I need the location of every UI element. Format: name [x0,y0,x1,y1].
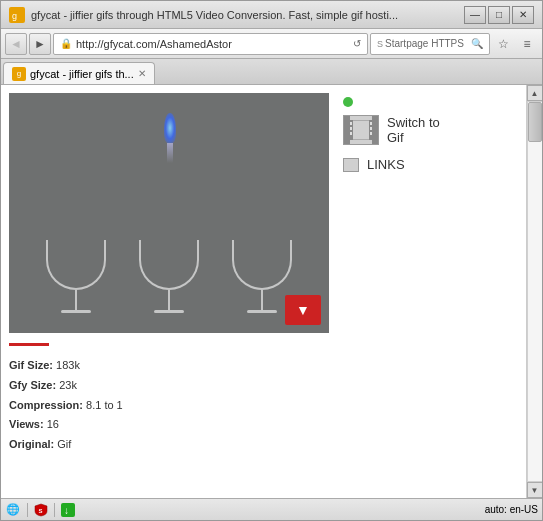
svg-rect-8 [370,122,372,125]
compression-value: 8.1 to 1 [86,399,123,411]
glass-stem-right [261,290,263,310]
search-bar[interactable]: S Startpage HTTPS 🔍 [370,33,490,55]
search-icon: 🔍 [471,38,483,49]
scroll-up-button[interactable]: ▲ [527,85,543,101]
svg-rect-9 [370,127,372,130]
links-icon [343,158,359,172]
language-label: auto: en-US [485,504,538,515]
scrollbar-track[interactable] [527,101,543,482]
scrollbar: ▲ ▼ [526,85,542,498]
svg-text:g: g [12,11,17,21]
glass-bowl-center [139,240,199,290]
shield-icon: S [34,503,48,517]
links-button[interactable]: LINKS [343,157,514,172]
forward-button[interactable]: ► [29,33,51,55]
status-separator-2 [54,503,55,517]
wine-glasses-row [9,240,329,313]
status-separator-1 [27,503,28,517]
trail-element [167,143,173,163]
close-button[interactable]: ✕ [512,6,534,24]
links-label: LINKS [367,157,405,172]
gfy-size-value: 23k [59,379,77,391]
bookmark-icon[interactable]: ☆ [492,33,514,55]
switch-to-text: Switch to Gif [387,115,440,145]
original-label: Original: [9,438,54,450]
gif-size-value: 183k [56,359,80,371]
maximize-button[interactable]: □ [488,6,510,24]
glass-base-right [247,310,277,313]
tab-bar: g gfycat - jiffier gifs th... ✕ [1,59,542,85]
compression-label: Compression: [9,399,83,411]
switch-to-label: Switch to [387,115,440,130]
stats-area: Gif Size: 183k Gfy Size: 23k Compression… [9,352,518,459]
browser-window: g gfycat - jiffier gifs through HTML5 Vi… [0,0,543,521]
svg-rect-5 [350,122,352,125]
nav-icons: ☆ ≡ [492,33,538,55]
wine-glass-right [232,240,292,313]
browser-favicon: g [9,7,25,23]
svg-rect-7 [350,132,352,135]
original-row: Original: Gif [9,435,518,455]
content-area: ▼ [1,85,542,498]
gif-size-row: Gif Size: 183k [9,356,518,376]
svg-rect-6 [350,127,352,130]
wine-glass-center [139,240,199,313]
back-button[interactable]: ◄ [5,33,27,55]
page-icon: 🔒 [60,38,72,49]
svg-text:S: S [39,508,43,514]
gfy-size-label: Gfy Size: [9,379,56,391]
address-bar[interactable]: 🔒 http://gfycat.com/AshamedAstor ↺ [53,33,368,55]
menu-icon[interactable]: ≡ [516,33,538,55]
tab-favicon: g [12,67,26,81]
title-bar: g gfycat - jiffier gifs through HTML5 Vi… [1,1,542,29]
wine-glass-left [46,240,106,313]
flame-icon [164,113,176,143]
switch-to-gif-button[interactable]: Switch to Gif [343,115,514,145]
status-shield: S [34,503,48,517]
video-container: ▼ [9,93,329,333]
film-icon [343,115,379,145]
views-row: Views: 16 [9,415,518,435]
tab-close-icon[interactable]: ✕ [138,68,146,79]
status-right-area: auto: en-US [485,504,538,515]
svg-text:↓: ↓ [64,505,69,516]
original-value: Gif [57,438,71,450]
minimize-button[interactable]: — [464,6,486,24]
startpage-icon: S [377,39,383,49]
divider-line [9,343,49,346]
glass-stem-left [75,290,77,310]
nav-bar: ◄ ► 🔒 http://gfycat.com/AshamedAstor ↺ S… [1,29,542,59]
refresh-icon[interactable]: ↺ [353,38,361,49]
scrollbar-thumb[interactable] [528,102,542,142]
status-download: ↓ [61,503,75,517]
glass-base-center [154,310,184,313]
video-content[interactable]: ▼ [9,93,329,333]
switch-to-sub-label: Gif [387,130,440,145]
gfy-size-row: Gfy Size: 23k [9,376,518,396]
svg-rect-10 [370,132,372,135]
views-label: Views: [9,418,44,430]
status-bar: 🌐 S ↓ auto: en-US [1,498,542,520]
active-tab[interactable]: g gfycat - jiffier gifs th... ✕ [3,62,155,84]
glass-stem-center [168,290,170,310]
scroll-down-button[interactable]: ▼ [527,482,543,498]
download-status-icon: ↓ [61,503,75,517]
download-button[interactable]: ▼ [285,295,321,325]
window-title: gfycat - jiffier gifs through HTML5 Vide… [31,9,458,21]
main-content: ▼ [1,85,526,498]
sidebar-panel: Switch to Gif LINKS [339,93,518,333]
status-dot [343,97,353,107]
gif-size-label: Gif Size: [9,359,53,371]
glass-bowl-left [46,240,106,290]
window-controls: — □ ✕ [464,6,534,24]
compression-row: Compression: 8.1 to 1 [9,396,518,416]
views-value: 16 [47,418,59,430]
animation-figure [164,113,176,163]
page-layout: ▼ [9,93,518,333]
globe-icon: 🌐 [5,502,21,518]
status-globe: 🌐 [5,502,21,518]
url-text: http://gfycat.com/AshamedAstor [76,38,349,50]
search-text: Startpage HTTPS [385,38,469,49]
tab-title: gfycat - jiffier gifs th... [30,68,134,80]
glass-base-left [61,310,91,313]
